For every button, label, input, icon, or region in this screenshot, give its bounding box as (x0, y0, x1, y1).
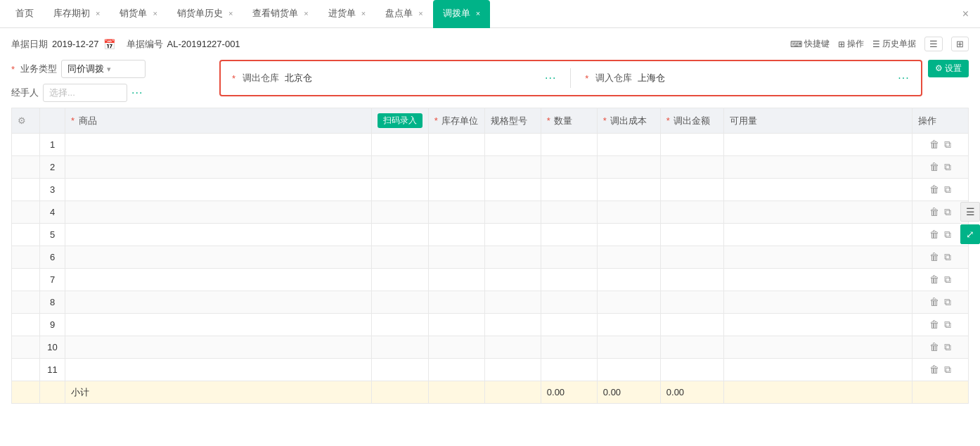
table-row: 7 🗑 ⧉ (12, 269, 969, 291)
data-table: ⚙ * 商品 扫码录入 * 库存单位 规格型号 (11, 108, 969, 404)
copy-icon[interactable]: ⧉ (944, 251, 951, 262)
table-header-row: ⚙ * 商品 扫码录入 * 库存单位 规格型号 (12, 108, 969, 134)
table-row: 6 🗑 ⧉ (12, 246, 969, 269)
settings-button[interactable]: ⚙ 设置 (928, 60, 969, 77)
docno-field: 单据编号 AL-20191227-001 (127, 38, 240, 51)
window-close-icon[interactable]: × (957, 8, 974, 20)
transfer-out-more-btn[interactable]: ··· (545, 72, 556, 84)
table-row: 11 🗑 ⧉ (12, 359, 969, 381)
delete-icon[interactable]: 🗑 (929, 229, 939, 240)
history-btn[interactable]: ☰ 历史单据 (872, 38, 916, 50)
delete-icon[interactable]: 🗑 (929, 296, 939, 307)
float-list-icon[interactable]: ☰ (960, 202, 980, 222)
scan-button[interactable]: 扫码录入 (378, 113, 423, 128)
gear-icon[interactable]: ⚙ (18, 115, 26, 126)
operation-btn[interactable]: ⊞ 操作 (838, 38, 864, 50)
table-row: 4 🗑 ⧉ (12, 201, 969, 224)
copy-icon[interactable]: ⧉ (944, 229, 951, 240)
tab-close-purchase-order[interactable]: × (361, 9, 366, 18)
tab-close-inventory-init[interactable]: × (96, 9, 100, 18)
table-row: 9 🗑 ⧉ (12, 314, 969, 336)
col-header-gear: ⚙ (12, 108, 40, 134)
layout-icon-2[interactable]: ⊞ (951, 37, 969, 51)
date-field: 单据日期 2019-12-27 📅 (11, 38, 115, 51)
copy-icon[interactable]: ⧉ (944, 184, 951, 195)
transfer-in-field: * 调入仓库 上海仓 ··· (585, 72, 909, 84)
tab-home[interactable]: 首页 (6, 0, 44, 28)
col-header-unit: * 库存单位 (428, 108, 484, 134)
warehouse-section: * 调出仓库 北京仓 ··· * 调入仓库 上海仓 ··· (219, 60, 922, 96)
header-right: ⌨ 快捷键 ⊞ 操作 ☰ 历史单据 ☰ ⊞ (790, 37, 969, 51)
business-type-required: * (11, 64, 15, 75)
header-left: 单据日期 2019-12-27 📅 单据编号 AL-20191227-001 (11, 38, 240, 51)
row-seq: 1 (40, 134, 65, 156)
tab-close-sales-order[interactable]: × (153, 9, 157, 18)
copy-icon[interactable]: ⧉ (944, 364, 951, 375)
transfer-in-required: * (585, 73, 588, 84)
date-value: 2019-12-27 (52, 39, 99, 49)
table-row: 1 🗑 ⧉ (12, 134, 969, 156)
tab-close-view-sales[interactable]: × (304, 9, 308, 18)
chevron-down-icon: ▾ (107, 65, 111, 74)
delete-icon[interactable]: 🗑 (929, 139, 939, 150)
copy-icon[interactable]: ⧉ (944, 206, 951, 217)
tab-close-sales-history[interactable]: × (228, 9, 233, 18)
copy-icon[interactable]: ⧉ (944, 139, 951, 150)
history-icon: ☰ (872, 39, 880, 49)
copy-icon[interactable]: ⧉ (944, 296, 951, 307)
shortcut-btn[interactable]: ⌨ 快捷键 (790, 38, 830, 50)
handler-select[interactable]: 选择... (43, 84, 127, 102)
handler-field: 经手人 选择... ··· (11, 84, 208, 102)
table-row: 8 🗑 ⧉ (12, 291, 969, 314)
col-header-amount: * 调出金额 (660, 108, 723, 134)
layout-icon-1[interactable]: ☰ (924, 37, 943, 51)
table-wrapper: ⚙ * 商品 扫码录入 * 库存单位 规格型号 (11, 108, 969, 404)
delete-icon[interactable]: 🗑 (929, 206, 939, 217)
delete-icon[interactable]: 🗑 (929, 161, 939, 172)
float-expand-icon[interactable]: ⤢ (960, 224, 980, 244)
handler-more-btn[interactable]: ··· (131, 87, 143, 99)
tab-inventory-init[interactable]: 库存期初 × (44, 0, 110, 28)
tab-sales-order[interactable]: 销货单 × (110, 0, 167, 28)
tab-inventory-count[interactable]: 盘点单 × (375, 0, 432, 28)
transfer-out-field: * 调出仓库 北京仓 ··· (232, 72, 556, 84)
delete-icon[interactable]: 🗑 (929, 364, 939, 375)
delete-icon[interactable]: 🗑 (929, 341, 939, 352)
delete-icon[interactable]: 🗑 (929, 251, 939, 262)
business-type-field: * 业务类型 同价调拨 ▾ (11, 60, 208, 78)
col-header-product: * 商品 (65, 108, 372, 134)
delete-icon[interactable]: 🗑 (929, 274, 939, 285)
tab-sales-history[interactable]: 销货单历史 × (167, 0, 243, 28)
tab-view-sales[interactable]: 查看销货单 × (243, 0, 318, 28)
main-content: 单据日期 2019-12-27 📅 单据编号 AL-20191227-001 ⌨… (0, 28, 980, 446)
col-header-spec: 规格型号 (484, 108, 541, 134)
settings-icon: ⚙ (935, 63, 943, 73)
calendar-icon[interactable]: 📅 (103, 39, 115, 50)
subtotal-cost: 0.00 (597, 381, 660, 404)
tab-bar: 首页 库存期初 × 销货单 × 销货单历史 × 查看销货单 × 进货单 × 盘点… (0, 0, 980, 28)
col-header-qty: * 数量 (541, 108, 597, 134)
delete-icon[interactable]: 🗑 (929, 184, 939, 195)
tab-purchase-order[interactable]: 进货单 × (318, 0, 375, 28)
tab-transfer-order[interactable]: 调拨单 × (433, 0, 490, 28)
transfer-in-more-btn[interactable]: ··· (898, 72, 909, 84)
tab-close-transfer-order[interactable]: × (476, 9, 480, 18)
copy-icon[interactable]: ⧉ (944, 319, 951, 330)
subtotal-row: 小计 0.00 0.00 0.00 (12, 381, 969, 404)
table-row: 5 🗑 ⧉ (12, 224, 969, 246)
copy-icon[interactable]: ⧉ (944, 161, 951, 172)
docno-value: AL-20191227-001 (167, 39, 240, 49)
col-header-available: 可用量 (723, 108, 912, 134)
business-type-select[interactable]: 同价调拨 ▾ (61, 60, 146, 78)
table-row: 2 🗑 ⧉ (12, 156, 969, 179)
copy-icon[interactable]: ⧉ (944, 341, 951, 352)
table-row: 10 🗑 ⧉ (12, 336, 969, 359)
delete-icon[interactable]: 🗑 (929, 319, 939, 330)
copy-icon[interactable]: ⧉ (944, 274, 951, 285)
subtotal-qty: 0.00 (541, 381, 597, 404)
tab-close-inventory-count[interactable]: × (418, 9, 423, 18)
date-label: 单据日期 (11, 38, 48, 51)
warehouse-divider (570, 68, 571, 88)
col-header-cost: * 调出成本 (597, 108, 660, 134)
col-header-seq (40, 108, 65, 134)
